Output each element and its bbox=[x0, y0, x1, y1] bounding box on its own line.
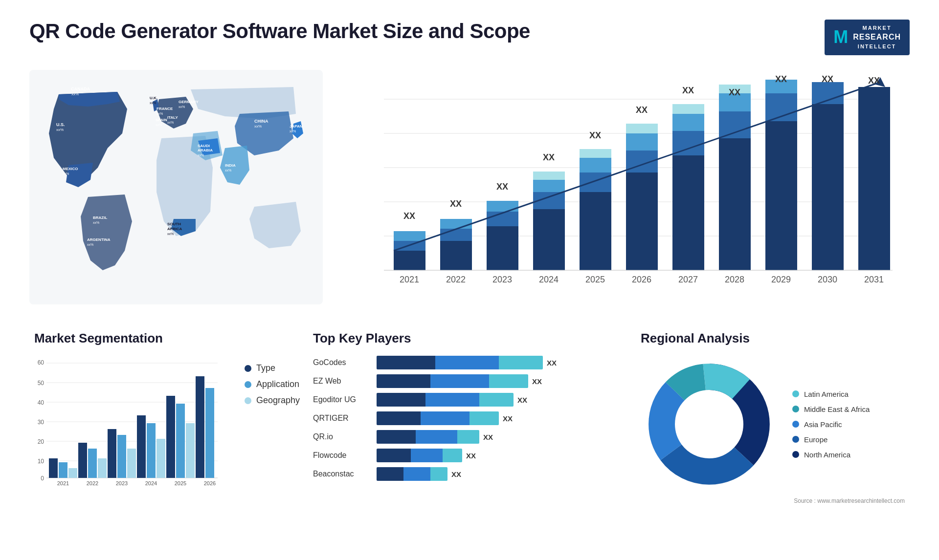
year-2024: 2024 bbox=[539, 275, 559, 284]
bar-2025-pale bbox=[580, 149, 611, 158]
player-xx-egoditor: XX bbox=[517, 396, 527, 404]
year-2025: 2025 bbox=[585, 275, 605, 284]
legend-geo-dot bbox=[245, 397, 251, 404]
logo-text: MARKET RESEARCH INTELLECT bbox=[853, 24, 901, 50]
x-2026: 2026 bbox=[204, 480, 216, 486]
donut-center bbox=[677, 393, 740, 456]
page-title: QR Code Generator Software Market Size a… bbox=[29, 20, 530, 43]
s21-geo bbox=[68, 468, 77, 478]
china-value: xx% bbox=[254, 124, 262, 129]
y-0: 0 bbox=[41, 475, 44, 482]
bar-ezweb-light bbox=[489, 374, 528, 388]
s25-geo bbox=[186, 423, 195, 478]
logo: M MARKET RESEARCH INTELLECT bbox=[825, 20, 910, 55]
canada-value: xx% bbox=[71, 92, 79, 96]
bar-beaconstac bbox=[377, 467, 447, 481]
s23-app bbox=[117, 435, 126, 478]
logo-line1: MARKET bbox=[853, 24, 901, 32]
y-10: 10 bbox=[38, 458, 45, 465]
bar-ezweb bbox=[377, 374, 528, 388]
val-2023: XX bbox=[496, 182, 508, 192]
val-2028: XX bbox=[729, 87, 740, 97]
uk-label: U.K. bbox=[150, 96, 157, 100]
players-section: Top Key Players GoCodes XX EZ Web bbox=[308, 326, 621, 509]
saudi-label: SAUDI bbox=[198, 144, 210, 148]
player-name-beaconstac: Beaconstac bbox=[313, 470, 372, 478]
bar-flowcode-light bbox=[443, 449, 462, 462]
bar-gocodes-dark bbox=[377, 356, 435, 369]
player-qrtiger: QRTIGER XX bbox=[313, 411, 616, 425]
s24-type bbox=[137, 415, 146, 478]
bar-qrtiger-dark bbox=[377, 411, 421, 425]
bar-2023-light bbox=[487, 201, 518, 212]
legend-geo: Geography bbox=[245, 395, 300, 406]
bar-2028-dark bbox=[719, 138, 751, 270]
dot-latam bbox=[792, 390, 799, 397]
growth-chart-section: XX XX XX XX bbox=[337, 70, 910, 316]
germany-value: xx% bbox=[179, 105, 185, 108]
s23-type bbox=[108, 429, 116, 478]
donut-container: Latin America Middle East & Africa Asia … bbox=[641, 356, 905, 493]
legend-type-label: Type bbox=[256, 363, 275, 373]
year-2021: 2021 bbox=[400, 275, 419, 284]
legend-apac: Asia Pacific bbox=[792, 420, 870, 429]
bar-2023-dark bbox=[487, 226, 518, 270]
bar-2021-dark bbox=[394, 251, 425, 270]
player-name-qrio: QR.io bbox=[313, 432, 372, 441]
saudi-label2: ARABIA bbox=[198, 148, 213, 152]
val-2022: XX bbox=[450, 199, 462, 209]
player-bar-gocodes: XX bbox=[377, 356, 616, 369]
bar-egoditor-dark bbox=[377, 393, 425, 407]
bar-qrtiger bbox=[377, 411, 499, 425]
year-2031: 2031 bbox=[864, 275, 884, 284]
bar-gocodes-light bbox=[499, 356, 543, 369]
bar-2026-dark bbox=[626, 172, 658, 270]
bar-gocodes-mid bbox=[435, 356, 499, 369]
bar-qrio-dark bbox=[377, 430, 416, 444]
bar-2027-light bbox=[672, 114, 704, 131]
dot-mea bbox=[792, 406, 799, 412]
bar-2025-dark bbox=[580, 192, 611, 270]
regional-section: Regional Analysis bbox=[636, 326, 910, 509]
regional-legend: Latin America Middle East & Africa Asia … bbox=[792, 390, 870, 459]
bar-beaconstac-dark bbox=[377, 467, 403, 481]
player-bar-ezweb: XX bbox=[377, 374, 616, 388]
s26-type bbox=[196, 376, 204, 478]
brazil-label: BRAZIL bbox=[93, 215, 107, 220]
india-label: INDIA bbox=[225, 163, 236, 168]
player-gocodes: GoCodes XX bbox=[313, 356, 616, 369]
s25-app bbox=[176, 404, 185, 478]
page: QR Code Generator Software Market Size a… bbox=[0, 0, 939, 560]
players-title: Top Key Players bbox=[313, 331, 616, 346]
player-bar-qrio: XX bbox=[377, 430, 616, 444]
saudi-value: xx% bbox=[198, 153, 204, 157]
player-name-flowcode: Flowcode bbox=[313, 451, 372, 460]
bar-flowcode bbox=[377, 449, 462, 462]
s22-geo bbox=[98, 458, 107, 478]
player-xx-ezweb: XX bbox=[532, 377, 542, 386]
spain-value: xx% bbox=[156, 123, 162, 127]
bar-qrio-light bbox=[457, 430, 479, 444]
player-ezweb: EZ Web XX bbox=[313, 374, 616, 388]
brazil-value: xx% bbox=[93, 221, 99, 224]
player-xx-qrtiger: XX bbox=[503, 414, 513, 423]
legend-app: Application bbox=[245, 379, 300, 389]
bar-2027-dark bbox=[672, 155, 704, 270]
logo-line2: RESEARCH bbox=[853, 32, 901, 43]
spain-label: SPAIN bbox=[156, 118, 167, 122]
s21-app bbox=[59, 462, 67, 478]
france-value: xx% bbox=[156, 112, 163, 115]
s24-app bbox=[147, 423, 156, 478]
bar-2025-light bbox=[580, 158, 611, 172]
player-xx-gocodes: XX bbox=[547, 359, 557, 367]
x-2024: 2024 bbox=[145, 480, 157, 486]
bar-2022-light bbox=[440, 219, 472, 229]
year-2022: 2022 bbox=[446, 275, 466, 284]
bar-2025-mid bbox=[580, 172, 611, 192]
bar-2027-pale bbox=[672, 104, 704, 114]
bar-2022-mid bbox=[440, 229, 472, 241]
y-60: 60 bbox=[38, 359, 45, 366]
player-bar-flowcode: XX bbox=[377, 449, 616, 462]
japan-value: xx% bbox=[290, 129, 296, 133]
segmentation-section: Market Segmentation 60 50 40 30 20 10 0 bbox=[29, 326, 293, 509]
